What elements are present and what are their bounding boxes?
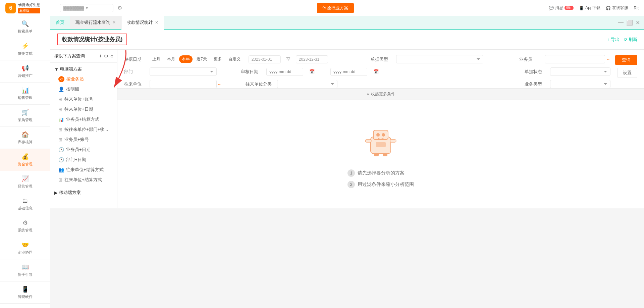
tab-bank-flow[interactable]: 现金银行流水查询 ✕ xyxy=(70,16,121,29)
scheme-item-salesman[interactable]: ↺ 按业务员 xyxy=(50,74,117,84)
empty-step-1: 1 请先选择要分析的方案 xyxy=(347,169,414,177)
left-scheme-panel: 按以下方案查询 + ⚙ « ▼ 电脑端方案 xyxy=(50,50,117,208)
tab-minimize-icon[interactable]: — xyxy=(618,19,624,25)
hardware-icon: 📱 xyxy=(21,286,29,293)
sidebar-item-quicknav[interactable]: ⚡ 快捷导航 xyxy=(0,38,50,60)
export-button[interactable]: ↑ 导出 xyxy=(607,37,620,43)
workspace-label: ▓▓▓▓▓▓▓ xyxy=(63,6,84,10)
sidebar-item-newbie[interactable]: 📖 新手引导 xyxy=(0,259,50,281)
sidebar-item-marketing[interactable]: 📢 营销推广 xyxy=(0,60,50,83)
date-to-input[interactable] xyxy=(296,55,328,63)
scheme-item-unit-account[interactable]: ⊞ 往来单位+账号 xyxy=(50,94,117,104)
review-from-input[interactable] xyxy=(266,68,303,76)
tab-close-icon[interactable]: ✕ xyxy=(636,19,640,26)
sidebar-item-basic[interactable]: 🗂 基础信息 xyxy=(0,193,50,215)
biz-type-select[interactable] xyxy=(550,80,610,88)
btn-7days[interactable]: 近7天 xyxy=(194,55,210,63)
sidebar-item-inventory[interactable]: 🏠 库存核算 xyxy=(0,127,50,149)
btn-this-month[interactable]: 本月 xyxy=(164,55,178,63)
dept-select[interactable] xyxy=(150,67,217,76)
scheme-item-unit-dept[interactable]: ⊞ 按往来单位+部门+收... xyxy=(50,124,117,135)
salesman-input[interactable] xyxy=(545,55,605,63)
message-btn[interactable]: 💬 消息 99+ xyxy=(549,5,574,11)
btn-this-year[interactable]: 本年 xyxy=(179,55,193,63)
doc-status-select[interactable] xyxy=(550,67,610,76)
user-name-btn[interactable]: Rit xyxy=(634,6,639,10)
sidebar-item-hardware[interactable]: 📱 智能硬件 xyxy=(0,281,50,304)
mobile-group-header[interactable]: ▶ 移动端方案 xyxy=(50,188,117,198)
mobile-group-arrow: ▶ xyxy=(54,190,58,195)
refresh-label: 刷新 xyxy=(629,37,637,43)
main-content: 首页 现金银行流水查询 ✕ 收款情况统计 ✕ — ⬜ ✕ 收款情况统计(按业务 xyxy=(50,16,644,308)
salesman-label: 业务员 xyxy=(519,56,539,62)
scheme-item-sales-settle[interactable]: 📊 业务员+结算方式 xyxy=(50,114,117,124)
sidebar-item-collab[interactable]: 🤝 企业协同 xyxy=(0,237,50,259)
unit-account-icon: ⊞ xyxy=(58,97,62,102)
set-button[interactable]: 设置 xyxy=(617,68,637,78)
sidebar-item-finance[interactable]: 💰 资金管理 xyxy=(0,149,50,171)
add-scheme-icon[interactable]: + xyxy=(99,53,102,59)
trial-btn-wrap[interactable]: 体验行业方案 xyxy=(317,3,354,13)
app-download-btn[interactable]: 📱 App下载 xyxy=(579,5,600,11)
filter-fields: 单据日期 上月 本月 本年 近7天 更多 自定义 xyxy=(117,50,610,88)
refresh-button[interactable]: ↺ 刷新 xyxy=(624,37,637,43)
close-receipt-stats-icon[interactable]: ✕ xyxy=(155,20,158,25)
review-date-calendar-icon1[interactable]: 📅 xyxy=(309,69,315,74)
desktop-group-header[interactable]: ▼ 电脑端方案 xyxy=(50,64,117,74)
close-bank-flow-icon[interactable]: ✕ xyxy=(112,20,116,25)
step-1-text: 请先选择要分析的方案 xyxy=(358,170,405,176)
scheme-item-sales-date[interactable]: 🕐 业务员+日期 xyxy=(50,145,117,155)
doc-status-label: 单据状态 xyxy=(525,69,545,75)
collapse-panel-icon[interactable]: « xyxy=(110,53,113,59)
scheme-item-unit-settle2[interactable]: ⊞ 往来单位+结算方式 xyxy=(50,175,117,185)
gear-settings[interactable]: ⚙ xyxy=(117,5,122,11)
sidebar-item-purchase[interactable]: 🛒 采购管理 xyxy=(0,105,50,127)
btn-last-month[interactable]: 上月 xyxy=(150,55,163,63)
review-date-calendar-icon2[interactable]: 📅 xyxy=(373,69,379,74)
scheme-item-unit-settle1[interactable]: 👥 往来单位+结算方式 xyxy=(50,165,117,175)
tab-home[interactable]: 首页 xyxy=(50,16,70,29)
finance-icon: 💰 xyxy=(21,153,29,160)
sidebar-item-search[interactable]: 🔍 搜索菜单 xyxy=(0,16,50,38)
counterpart-type-select[interactable] xyxy=(277,80,337,88)
doc-type-select[interactable] xyxy=(396,55,483,63)
collapse-bar[interactable]: ∧ 收起更多条件 xyxy=(117,88,644,100)
page-header: 收款情况统计(按业务员) ↑ 导出 ↺ 刷新 xyxy=(50,30,644,50)
btn-more[interactable]: 更多 xyxy=(211,55,224,63)
biz-type-label: 业务类型 xyxy=(525,81,545,87)
scheme-item-unit-date[interactable]: ⊞ 往来单位+日期 xyxy=(50,104,117,114)
btn-custom[interactable]: 自定义 xyxy=(226,55,243,63)
svg-rect-8 xyxy=(390,140,396,142)
sidebar-item-system[interactable]: ⚙ 系统管理 xyxy=(0,215,50,237)
online-service-btn[interactable]: 🎧 在线客服 xyxy=(606,5,628,11)
scheme-item-sales-account[interactable]: ⊞ 业务员+账号 xyxy=(50,135,117,145)
counterpart-type-label: 往来单位分类 xyxy=(246,81,272,87)
tab-receipt-stats[interactable]: 收款情况统计 ✕ xyxy=(121,16,164,30)
counterpart-input-wrap: ··· xyxy=(150,80,221,88)
search-icon: 🔍 xyxy=(21,20,29,28)
sidebar-item-sales[interactable]: 📊 销售管理 xyxy=(0,83,50,105)
sidebar-item-wechat[interactable]: 💬 企业微信 xyxy=(0,304,50,308)
service-icon: 🎧 xyxy=(606,6,611,10)
page-title: 收款情况统计(按业务员) xyxy=(62,36,122,43)
counterpart-more-icon[interactable]: ··· xyxy=(218,82,221,87)
filter-row-2: 部门 审核日期 📅 — 📅 xyxy=(124,67,610,76)
scheme-item-dept-date[interactable]: 🕐 部门+日期 xyxy=(50,155,117,165)
query-button[interactable]: 查询 xyxy=(615,55,637,65)
app-download-label: App下载 xyxy=(585,5,600,11)
mobile-scheme-group: ▶ 移动端方案 xyxy=(50,186,117,199)
workspace-selector[interactable]: ▓▓▓▓▓▓▓ ▾ xyxy=(60,4,113,12)
collab-icon: 🤝 xyxy=(21,241,29,249)
sidebar-item-operations[interactable]: 📈 经营管理 xyxy=(0,171,50,193)
svg-rect-6 xyxy=(383,153,387,156)
filter-row-1: 单据日期 上月 本月 本年 近7天 更多 自定义 xyxy=(124,55,610,63)
scheme-item-detail[interactable]: 👤 按明细 xyxy=(50,84,117,94)
gear-scheme-icon[interactable]: ⚙ xyxy=(104,53,108,59)
counterpart-input[interactable] xyxy=(150,80,217,88)
trial-button[interactable]: 体验行业方案 xyxy=(317,3,354,13)
sidebar-label-sales: 销售管理 xyxy=(18,95,33,100)
tab-maximize-icon[interactable]: ⬜ xyxy=(626,19,633,26)
review-to-input[interactable] xyxy=(330,68,367,76)
date-from-input[interactable] xyxy=(249,55,281,63)
salesman-more-icon[interactable]: ··· xyxy=(607,57,610,62)
